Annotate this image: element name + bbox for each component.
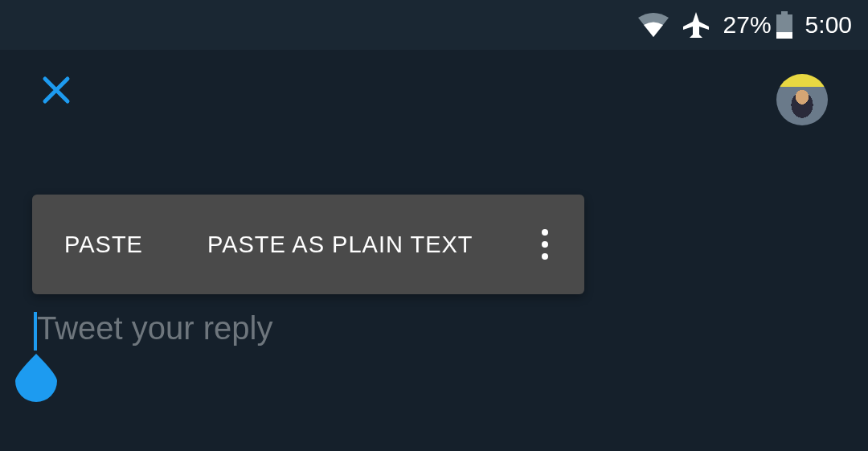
compose-screen: PASTE PASTE AS PLAIN TEXT Tweet your rep… bbox=[0, 50, 868, 451]
close-button[interactable] bbox=[40, 74, 72, 106]
battery-percent-label: 27% bbox=[723, 11, 772, 39]
paste-button[interactable]: PASTE bbox=[32, 232, 175, 258]
context-menu: PASTE PASTE AS PLAIN TEXT bbox=[32, 195, 584, 294]
avatar[interactable] bbox=[776, 74, 828, 125]
status-bar: 27% 5:00 bbox=[0, 0, 868, 50]
wifi-icon bbox=[638, 13, 669, 37]
battery-icon bbox=[776, 11, 792, 39]
text-cursor bbox=[34, 312, 37, 351]
compose-input[interactable]: Tweet your reply bbox=[34, 310, 828, 346]
clock: 5:00 bbox=[805, 11, 852, 39]
paste-as-plain-text-button[interactable]: PASTE AS PLAIN TEXT bbox=[175, 232, 506, 258]
more-vertical-icon bbox=[542, 229, 548, 260]
compose-placeholder: Tweet your reply bbox=[34, 310, 828, 346]
text-selection-handle[interactable] bbox=[15, 354, 57, 402]
compose-area[interactable]: Tweet your reply bbox=[34, 310, 828, 346]
battery-section: 27% bbox=[723, 11, 792, 39]
context-menu-more-button[interactable] bbox=[506, 229, 584, 260]
airplane-icon bbox=[682, 10, 710, 39]
close-icon bbox=[40, 74, 72, 106]
